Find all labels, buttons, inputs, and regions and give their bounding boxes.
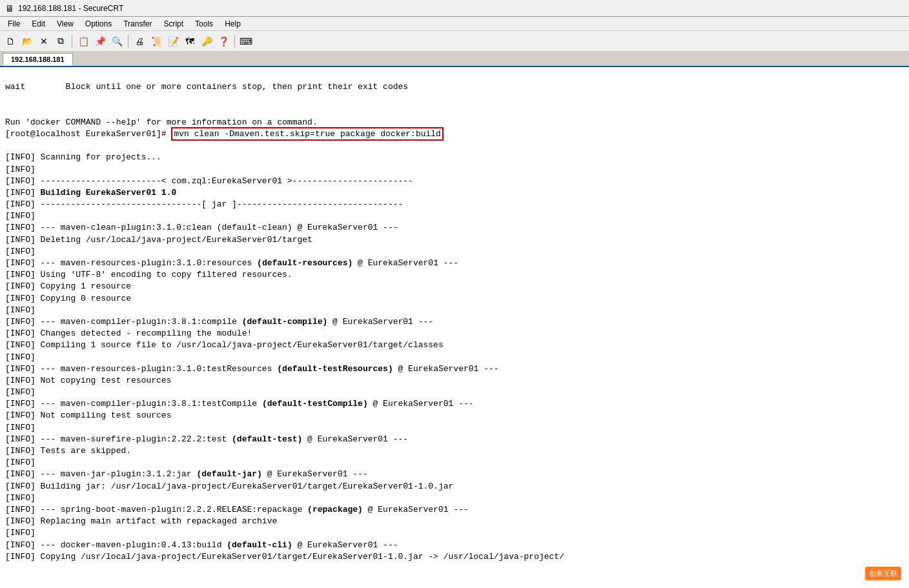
title-bar: 🖥 192.168.188.181 - SecureCRT — [0, 0, 909, 17]
command-highlighted: mvn clean -Dmaven.test.skip=true package… — [171, 127, 443, 141]
toolbar-btn-cmd[interactable]: ⌨ — [238, 34, 254, 49]
menu-help[interactable]: Help — [220, 19, 246, 29]
terminal-output[interactable]: wait Block until one or more containers … — [0, 67, 909, 588]
terminal-line-1: wait Block until one or more containers … — [5, 82, 408, 92]
toolbar-btn-key[interactable]: 🔑 — [199, 34, 214, 49]
toolbar-btn-open[interactable]: 📂 — [19, 34, 35, 49]
toolbar-btn-clone[interactable]: ⧉ — [53, 34, 68, 49]
toolbar-btn-map[interactable]: 🗺 — [182, 34, 198, 49]
toolbar: 🗋 📂 ✕ ⧉ 📋 📌 🔍 🖨 📜 📝 🗺 🔑 ❓ ⌨ — [0, 31, 909, 52]
menu-file[interactable]: File — [3, 19, 25, 29]
toolbar-btn-script[interactable]: 📝 — [165, 34, 181, 49]
toolbar-sep-2 — [128, 35, 128, 48]
menu-edit[interactable]: Edit — [26, 19, 50, 29]
toolbar-btn-log[interactable]: 📜 — [148, 34, 164, 49]
title-icon: 🖥 — [5, 3, 14, 14]
terminal-line-3: [root@localhost EurekaServer01]# mvn cle… — [5, 127, 444, 141]
menu-view[interactable]: View — [52, 19, 79, 29]
toolbar-btn-close[interactable]: ✕ — [36, 34, 52, 49]
menu-script[interactable]: Script — [158, 19, 189, 29]
toolbar-btn-print[interactable]: 🖨 — [132, 34, 147, 49]
menu-tools[interactable]: Tools — [190, 19, 218, 29]
terminal-line-2: Run 'docker COMMAND --help' for more inf… — [5, 117, 318, 127]
menu-options[interactable]: Options — [80, 19, 117, 29]
toolbar-btn-new[interactable]: 🗋 — [3, 34, 18, 49]
toolbar-btn-find[interactable]: 🔍 — [109, 34, 125, 49]
title-text: 192.168.188.181 - SecureCRT — [18, 4, 123, 13]
toolbar-btn-copy[interactable]: 📋 — [76, 34, 91, 49]
tab-bar: 192.168.188.181 — [0, 52, 909, 67]
menu-bar: File Edit View Options Transfer Script T… — [0, 17, 909, 31]
toolbar-sep-3 — [234, 35, 235, 48]
toolbar-sep-1 — [72, 35, 72, 48]
tab-session[interactable]: 192.168.188.181 — [3, 53, 73, 66]
menu-transfer[interactable]: Transfer — [118, 19, 157, 29]
toolbar-btn-help[interactable]: ❓ — [216, 34, 231, 49]
terminal-line-4: [INFO] Scanning for projects... [INFO] [… — [5, 152, 564, 561]
watermark: 创新互联 — [865, 567, 901, 580]
toolbar-btn-paste[interactable]: 📌 — [92, 34, 108, 49]
